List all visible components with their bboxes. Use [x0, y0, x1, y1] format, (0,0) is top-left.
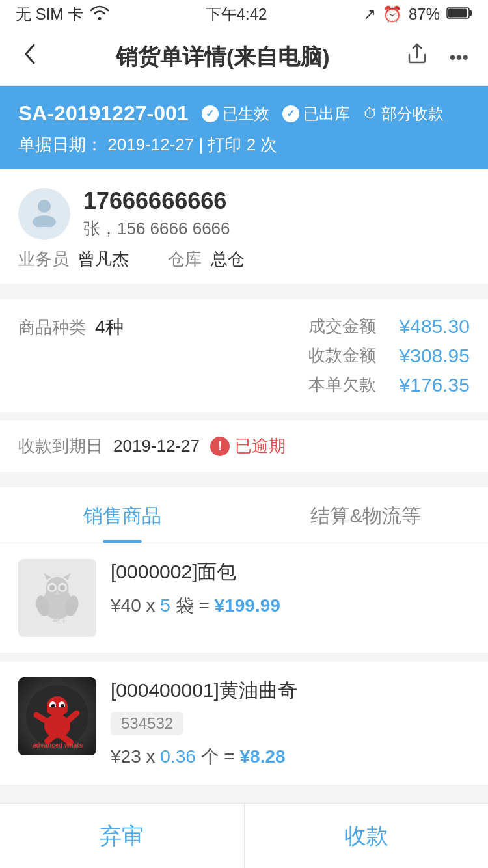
list-item: advanced whats [000400001]黄油曲奇 534532 ¥2… [0, 662, 488, 785]
customer-info: 17666666666 张，156 6666 6666 [83, 187, 230, 240]
product-info-1: [0000002]面包 ¥40 x 5 袋 = ¥199.99 [111, 559, 470, 618]
summary-section: 商品种类 4种 成交金额 ¥485.30 收款金额 ¥308.95 本单欠款 ¥… [0, 299, 488, 412]
tab-settlement[interactable]: 结算&物流等 [244, 487, 488, 543]
due-date-value: 2019-12-27 [113, 436, 200, 456]
bottom-action-bar: 弃审 收款 [0, 803, 488, 868]
owed-label: 本单欠款 [308, 373, 376, 396]
svg-text:草+: 草+ [52, 616, 66, 624]
nav-bar: 销货单详情(来自电脑) ••• [0, 29, 488, 86]
overdue-badge: ! 已逾期 [210, 435, 286, 457]
status-badge-partial: ⏱ 部分收款 [363, 103, 444, 124]
location-icon: ↗ [363, 5, 376, 23]
warehouse-label: 仓库 [168, 248, 202, 271]
product-image-placeholder-1: 草+ [18, 559, 96, 637]
due-date-label: 收款到期日 [18, 435, 103, 457]
order-id: SA-20191227-001 [18, 102, 189, 126]
product-qty-2: 0.36 [160, 746, 196, 766]
battery-icon [446, 5, 472, 23]
product-price-1: ¥40 x 5 袋 = ¥199.99 [111, 593, 470, 618]
nav-actions: ••• [401, 39, 472, 75]
product-name-1: [0000002]面包 [111, 559, 470, 586]
share-button[interactable] [401, 39, 433, 75]
page-title: 销货单详情(来自电脑) [44, 42, 401, 72]
svg-marker-14 [64, 573, 71, 580]
order-date-row: 单据日期： 2019-12-27 | 打印 2 次 [18, 133, 470, 156]
separator-2 [0, 480, 488, 487]
warehouse-item: 仓库 总仓 [168, 248, 245, 271]
order-id-row: SA-20191227-001 ✓ 已生效 ✓ 已出库 ⏱ 部分收款 [18, 102, 470, 126]
collected-amount: ¥308.95 [392, 345, 470, 367]
customer-phone: 17666666666 [83, 187, 230, 215]
svg-text:advanced whats: advanced whats [33, 742, 83, 749]
clock-icon: ⏱ [363, 105, 377, 122]
product-qty-1: 5 [160, 595, 170, 616]
svg-rect-24 [47, 707, 68, 714]
product-thumbnail-1: 草+ [18, 559, 96, 637]
overdue-icon: ! [210, 437, 230, 456]
status-right: ↗ ⏰ 87% [363, 5, 472, 23]
product-name-2: [000400001]黄油曲奇 [111, 677, 470, 704]
carrier-label: 无 SIM 卡 [16, 4, 83, 25]
product-type-label: 商品种类 [18, 316, 86, 339]
status-badge-activated: ✓ 已生效 [202, 103, 269, 124]
transaction-amount: ¥485.30 [392, 316, 470, 338]
status-left: 无 SIM 卡 [16, 4, 109, 25]
status-badge-shipped: ✓ 已出库 [282, 103, 350, 124]
user-icon [28, 195, 61, 234]
check-icon-2: ✓ [282, 105, 299, 122]
warehouse-name: 总仓 [211, 248, 245, 271]
tab-products[interactable]: 销售商品 [0, 487, 244, 543]
salesperson-label: 业务员 [18, 248, 69, 271]
svg-point-4 [38, 200, 51, 213]
customer-avatar [18, 188, 70, 240]
svg-rect-2 [448, 9, 467, 18]
order-header-banner: SA-20191227-001 ✓ 已生效 ✓ 已出库 ⏱ 部分收款 单据日期：… [0, 86, 488, 169]
svg-marker-13 [44, 573, 51, 580]
product-total-1: ¥199.99 [215, 595, 280, 616]
check-icon-1: ✓ [202, 105, 219, 122]
collected-amount-row: 收款金额 ¥308.95 [308, 344, 470, 367]
owed-amount-row: 本单欠款 ¥176.35 [308, 373, 470, 396]
wifi-icon [90, 5, 109, 23]
product-sku-badge-2: 534532 [111, 712, 183, 735]
alarm-icon: ⏰ [383, 5, 402, 23]
tabs-bar: 销售商品 结算&物流等 [0, 487, 488, 543]
transaction-amount-row: 成交金额 ¥485.30 [308, 315, 470, 338]
customer-row: 17666666666 张，156 6666 6666 [18, 187, 470, 240]
product-price-2: ¥23 x 0.36 个 = ¥8.28 [111, 744, 470, 769]
product-separator [0, 654, 488, 662]
salesperson-name: 曾凡杰 [78, 248, 129, 271]
svg-point-5 [33, 215, 56, 227]
product-count-area: 商品种类 4种 [18, 315, 308, 340]
svg-point-11 [60, 585, 65, 590]
svg-rect-1 [469, 10, 472, 16]
product-image-2: advanced whats [18, 677, 96, 755]
more-button[interactable]: ••• [446, 43, 472, 72]
svg-point-10 [49, 585, 55, 590]
product-thumbnail-2: advanced whats [18, 677, 96, 755]
transaction-label: 成交金额 [308, 315, 376, 338]
battery-label: 87% [409, 5, 440, 23]
amounts-area: 成交金额 ¥485.30 收款金额 ¥308.95 本单欠款 ¥176.35 [308, 315, 470, 396]
overdue-text: 已逾期 [235, 435, 286, 457]
due-date-section: 收款到期日 2019-12-27 ! 已逾期 [0, 420, 488, 472]
collect-payment-button[interactable]: 收款 [245, 804, 489, 868]
collected-label: 收款金额 [308, 344, 376, 367]
product-total-2: ¥8.28 [239, 746, 285, 766]
customer-name: 张，156 6666 6666 [83, 217, 230, 240]
customer-meta: 业务员 曾凡杰 仓库 总仓 [18, 248, 470, 271]
separator-1 [0, 292, 488, 299]
customer-section: 17666666666 张，156 6666 6666 业务员 曾凡杰 仓库 总… [0, 169, 488, 284]
cancel-review-button[interactable]: 弃审 [0, 804, 245, 868]
salesperson-item: 业务员 曾凡杰 [18, 248, 129, 271]
product-info-2: [000400001]黄油曲奇 534532 ¥23 x 0.36 个 = ¥8… [111, 677, 470, 769]
status-bar: 无 SIM 卡 下午4:42 ↗ ⏰ 87% [0, 0, 488, 29]
owed-amount: ¥176.35 [392, 374, 470, 396]
product-type-count: 4种 [95, 315, 124, 340]
back-button[interactable] [16, 34, 44, 79]
list-item: 草+ [0000002]面包 ¥40 x 5 袋 = ¥199.99 [0, 543, 488, 653]
time-display: 下午4:42 [206, 4, 267, 25]
product-list: 草+ [0000002]面包 ¥40 x 5 袋 = ¥199.99 [0, 543, 488, 785]
